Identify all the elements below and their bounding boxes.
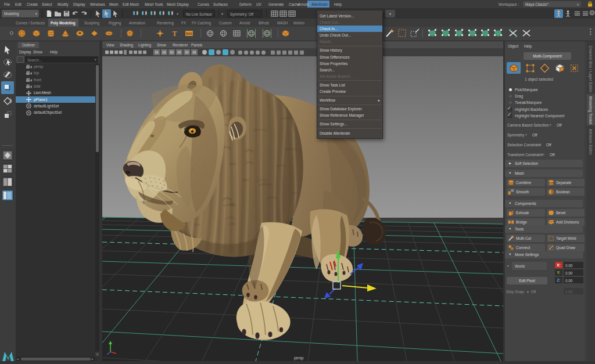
svg-text:T: T [172, 30, 177, 38]
svg-text:persp: persp [294, 356, 304, 361]
svg-text:SVG: SVG [186, 32, 193, 35]
